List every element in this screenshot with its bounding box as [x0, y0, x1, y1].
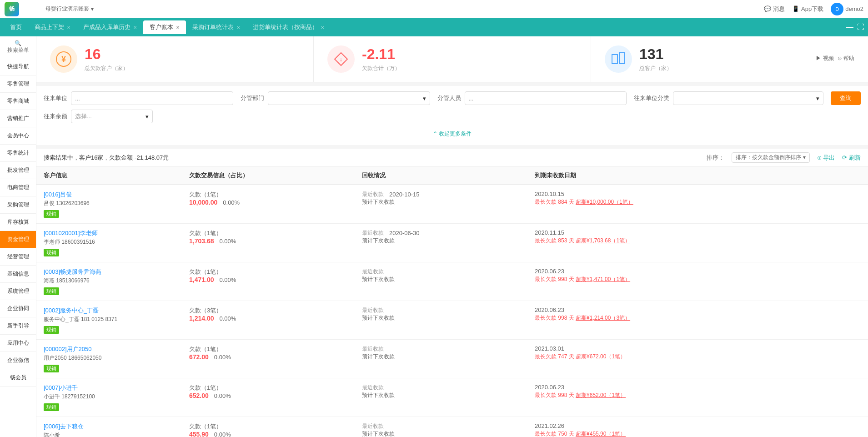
- balance-select[interactable]: 选择... ▾: [71, 110, 153, 123]
- overdue-info: 最长欠款 884 天 超期¥10,000.00（1笔）: [535, 198, 861, 206]
- payment-status-cell: 最近收款 2020-06-30 预计下次收款: [362, 229, 535, 245]
- debt-amount: 455.90: [189, 431, 209, 437]
- sidebar-item-app-center[interactable]: 应用中心: [0, 335, 36, 352]
- tab-inventory-close[interactable]: ✕: [321, 25, 324, 30]
- overdue-link[interactable]: 超期¥1,471.00（1笔）: [576, 276, 630, 282]
- tab-products-close[interactable]: ✕: [67, 25, 70, 30]
- sidebar-item-retail-mgmt[interactable]: 零售管理: [0, 75, 36, 93]
- table-header: 客户信息 欠款交易信息（占比） 回收情况 到期未收款日期: [36, 167, 868, 185]
- overdue-info: 最长欠款 747 天 超期¥672.00（1笔）: [535, 353, 861, 361]
- app-download-btn[interactable]: 📱 App下载: [792, 5, 823, 13]
- customer-name[interactable]: [0006]去下粮仓: [44, 422, 189, 431]
- stat-actions: ▶ 视频 ⊙ 帮助: [816, 45, 854, 62]
- company-selector[interactable]: 母婴行业演示账套 ▾: [45, 5, 94, 13]
- filter-area: 往来单位 ... 分管部门 ▾ 分管人员 ...: [36, 86, 868, 145]
- dept-select[interactable]: ▾: [268, 91, 430, 105]
- debt-count: 欠款（1笔）: [189, 229, 362, 237]
- stat-icon-debt: ¥: [50, 45, 77, 73]
- overdue-link[interactable]: 超期¥672.00（1笔）: [576, 353, 626, 360]
- balance-arrow: ▾: [146, 113, 149, 120]
- minimize-icon[interactable]: —: [846, 23, 853, 31]
- sidebar-item-vip[interactable]: 畅会员: [0, 369, 36, 387]
- overdue-info: 最长欠款 750 天 超期¥455.90（1笔）: [535, 430, 861, 437]
- debt-amount: 672.00: [189, 353, 209, 361]
- customer-name[interactable]: [0016]吕俊: [44, 191, 189, 199]
- sidebar-item-ecommerce[interactable]: 电商管理: [0, 179, 36, 196]
- results-bar: 搜索结果中，客户16家，欠款金额 -21,148.07元 排序： 排序：按欠款金…: [36, 149, 868, 167]
- sidebar-item-members[interactable]: 会员中心: [0, 127, 36, 145]
- overdue-info: 最长欠款 998 天 超期¥1,214.00（3笔）: [535, 314, 861, 322]
- debt-amount: 10,000.00: [189, 199, 217, 206]
- tab-purchase[interactable]: 采购订单统计表 ✕: [186, 20, 246, 34]
- category-select[interactable]: ▾: [673, 91, 823, 105]
- debt-amount: 652.00: [189, 392, 209, 399]
- logo-area: 畅: [5, 2, 41, 16]
- tab-purchase-close[interactable]: ✕: [236, 25, 240, 30]
- svg-text:¥: ¥: [61, 55, 66, 64]
- company-arrow: ▾: [91, 6, 94, 12]
- sidebar-item-basic-info[interactable]: 基础信息: [0, 266, 36, 283]
- customer-name[interactable]: [0007]小进千: [44, 384, 189, 392]
- sidebar-item-batch-mgmt[interactable]: 批发管理: [0, 162, 36, 179]
- overdue-link[interactable]: 超期¥652.00（1笔）: [576, 392, 626, 398]
- sidebar-item-marketing[interactable]: 营销推广: [0, 110, 36, 127]
- sort-select[interactable]: 排序：按欠款金额倒序排序 ▾: [732, 152, 809, 163]
- overdue-link[interactable]: 超期¥455.90（1笔）: [576, 431, 626, 437]
- tab-history[interactable]: 产成品入库单历史 ✕: [77, 20, 143, 34]
- video-btn[interactable]: ▶ 视频: [816, 55, 833, 62]
- debt-percent: 0.00%: [214, 431, 231, 437]
- sidebar-item-system[interactable]: 系统管理: [0, 283, 36, 300]
- sidebar-item-newbie[interactable]: 新手引导: [0, 317, 36, 335]
- overdue-info: 最长欠款 998 天 超期¥1,471.00（1笔）: [535, 276, 861, 283]
- customer-name[interactable]: [000002]用户2050: [44, 345, 189, 353]
- next-pay: 预计下次收款: [362, 276, 535, 283]
- debt-count: 欠款（1笔）: [189, 268, 362, 276]
- refresh-btn[interactable]: ⟳ 刷新: [842, 154, 861, 162]
- sidebar-item-inventory-check[interactable]: 库存核算: [0, 214, 36, 231]
- debt-info-cell: 欠款（1笔） 10,000.00 0.00%: [189, 191, 362, 206]
- customer-name[interactable]: [0001020001]李老师: [44, 229, 189, 237]
- pay-label: 最近收款: [362, 422, 384, 430]
- help-btn[interactable]: ⊙ 帮助: [838, 55, 854, 62]
- message-icon: 💬: [764, 5, 771, 12]
- table-row: [0007]小进千 小进千 18279152100 现销 欠款（1笔） 652.…: [36, 378, 868, 417]
- customer-info-cell: [0006]去下粮仓 陈小希 现销: [44, 422, 189, 437]
- overdue-link[interactable]: 超期¥1,703.68（1笔）: [576, 237, 630, 244]
- customer-info-cell: [0016]吕俊 吕俊 13026203696 现销: [44, 191, 189, 218]
- due-date-cell: 2020.06.23 最长欠款 998 天 超期¥1,471.00（1笔）: [535, 268, 861, 283]
- message-btn[interactable]: 💬 消息: [764, 5, 785, 13]
- tab-account-close[interactable]: ✕: [176, 25, 180, 30]
- debt-info-cell: 欠款（1笔） 1,703.68 0.00%: [189, 229, 362, 245]
- tab-account[interactable]: 客户账本 ✕: [143, 20, 186, 34]
- sidebar-item-purchase[interactable]: 采购管理: [0, 196, 36, 214]
- sidebar-item-capital[interactable]: 资金管理: [0, 231, 36, 248]
- customer-name[interactable]: [0002]服务中心_丁磊: [44, 306, 189, 315]
- tab-home[interactable]: 首页: [4, 20, 28, 34]
- sidebar-item-retail-store[interactable]: 零售商城: [0, 93, 36, 110]
- sidebar-search[interactable]: 🔍 搜索菜单: [0, 36, 36, 58]
- tab-inventory[interactable]: 进货单统计表（按商品） ✕: [246, 20, 331, 34]
- tab-products[interactable]: 商品上下架 ✕: [28, 20, 77, 34]
- collapse-filters[interactable]: ⌃ 收起更多条件: [44, 128, 861, 140]
- due-date: 2021.03.01: [535, 345, 861, 352]
- sidebar-item-enterprise[interactable]: 企业协同: [0, 300, 36, 317]
- sidebar-item-wechat[interactable]: 企业微信: [0, 352, 36, 369]
- sidebar-item-retail-stats[interactable]: 零售统计: [0, 145, 36, 162]
- debt-percent: 0.00%: [214, 392, 231, 399]
- user-menu[interactable]: D demo2: [831, 3, 863, 15]
- results-info: 搜索结果中，客户16家，欠款金额 -21,148.07元: [44, 154, 169, 162]
- manager-input[interactable]: ...: [465, 91, 627, 105]
- supplier-input[interactable]: ...: [71, 91, 233, 105]
- sidebar-item-quick-nav[interactable]: 快捷导航: [0, 58, 36, 75]
- pay-label: 最近收款: [362, 306, 384, 314]
- tab-history-close[interactable]: ✕: [133, 25, 137, 30]
- export-btn[interactable]: ⊙ 导出: [817, 154, 835, 162]
- table-row: [0001020001]李老师 李老师 18600391516 现销 欠款（1笔…: [36, 224, 868, 262]
- sidebar-item-operations[interactable]: 经营管理: [0, 248, 36, 266]
- maximize-icon[interactable]: ⛶: [857, 23, 864, 31]
- stat-label-total-debt: 欠款合计（万）: [362, 65, 400, 72]
- search-button[interactable]: 查询: [831, 91, 861, 105]
- overdue-link[interactable]: 超期¥1,214.00（3笔）: [576, 315, 630, 321]
- customer-name[interactable]: [0003]畅捷服务尹海燕: [44, 268, 189, 276]
- overdue-link[interactable]: 超期¥10,000.00（1笔）: [576, 199, 633, 205]
